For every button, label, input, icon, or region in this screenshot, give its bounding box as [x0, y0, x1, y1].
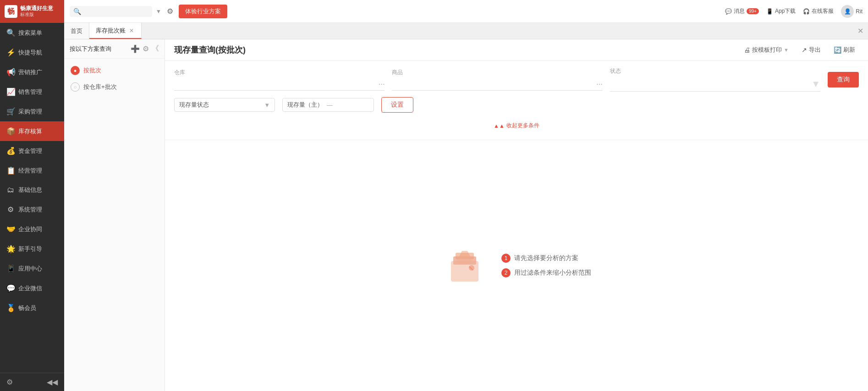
collapse-arrow-icon[interactable]: ◀◀ [47, 378, 58, 386]
collapse-scheme-icon[interactable]: 《 [152, 44, 159, 54]
refresh-icon: 🔄 [834, 46, 841, 54]
warehouse-label: 仓库 [174, 69, 385, 76]
stock-amount-range[interactable]: 现存量（主） — [282, 98, 374, 112]
settings-button[interactable]: 设置 [381, 97, 413, 113]
online-support-label: 在线客服 [812, 7, 834, 15]
filter-row-1: 仓库 ··· 商品 ··· 状态 [174, 67, 859, 92]
status-input[interactable]: ▼ [610, 77, 820, 92]
sidebar-item-label: 采购管理 [18, 108, 42, 116]
manage-scheme-icon[interactable]: ⚙ [143, 44, 149, 53]
user-avatar-item[interactable]: 👤 Rit [841, 5, 863, 18]
sidebar-item-weixin[interactable]: 💬 企业微信 [0, 278, 64, 298]
tab-close-icon[interactable]: ✕ [128, 27, 135, 34]
sidebar-item-label: 基础信息 [18, 186, 42, 194]
add-scheme-icon[interactable]: ➕ [131, 44, 140, 53]
logo-icon: 畅 [5, 5, 17, 18]
sidebar-item-inventory[interactable]: 📦 库存核算 [0, 121, 64, 141]
avatar: 👤 [841, 5, 854, 18]
collapse-row[interactable]: ▲▲ 收起更多条件 [174, 118, 859, 133]
sidebar-item-purchase[interactable]: 🛒 采购管理 [0, 102, 64, 121]
product-expand-icon[interactable]: ··· [596, 80, 602, 88]
tab-home[interactable]: 首页 [64, 23, 89, 39]
scheme-item-warehouse-batch[interactable]: ○ 按仓库+批次 [64, 79, 165, 95]
marketing-icon: 📢 [6, 68, 15, 76]
online-support-item[interactable]: 🎧 在线客服 [803, 7, 834, 15]
sidebar-item-label: 企业协同 [18, 225, 42, 234]
warehouse-expand-icon[interactable]: ··· [379, 80, 385, 88]
stock-status-label: 现存量状态 [179, 101, 209, 109]
sidebar-item-enterprise[interactable]: 🤝 企业协同 [0, 219, 64, 239]
product-filter: 商品 ··· [392, 69, 602, 91]
scheme-panel: 按以下方案查询 ➕ ⚙ 《 ● 按批次 ○ 按仓库+批次 [64, 39, 165, 391]
experience-industry-button[interactable]: 体验行业方案 [179, 5, 227, 18]
app-icon: 📱 [6, 264, 15, 273]
enterprise-icon: 🤝 [6, 225, 15, 234]
status-expand-icon[interactable]: ▼ [811, 79, 820, 89]
topbar-gear-icon[interactable]: ⚙ [167, 7, 173, 16]
app-download-item[interactable]: 📱 App下载 [766, 7, 796, 15]
sidebar-nav: 🔍 搜索菜单 ⚡ 快捷导航 📢 营销推广 📈 销售管理 🛒 采购管理 📦 库存核… [0, 23, 64, 373]
sidebar-item-operation[interactable]: 📋 经营管理 [0, 161, 64, 180]
messages-label: 消息 [734, 7, 745, 15]
messages-item[interactable]: 💬 消息 99+ [725, 7, 759, 15]
close-all-tabs-button[interactable]: ✕ [853, 23, 868, 39]
print-button[interactable]: 🖨 按模板打印 ▼ [740, 44, 792, 56]
query-button[interactable]: 查询 [828, 72, 859, 87]
tab-batch-account[interactable]: 库存批次账 ✕ [89, 23, 142, 39]
sidebar-item-sales[interactable]: 📈 销售管理 [0, 82, 64, 102]
sidebar-footer: ⚙ ◀◀ [0, 373, 64, 391]
scheme-active-indicator: ● [71, 66, 80, 75]
sidebar-item-finance[interactable]: 💰 资金管理 [0, 141, 64, 161]
system-icon: ⚙ [6, 205, 15, 214]
print-chevron-icon[interactable]: ▼ [784, 47, 789, 53]
export-label: 导出 [809, 46, 821, 54]
search-expand-icon[interactable]: ▼ [156, 8, 161, 15]
search-icon: 🔍 [6, 28, 15, 37]
sidebar-item-search[interactable]: 🔍 搜索菜单 [0, 23, 64, 43]
filter-row-2: 现存量状态 ▼ 现存量（主） — 设置 [174, 97, 859, 113]
export-button[interactable]: ↗ 导出 [798, 44, 824, 56]
sidebar-item-shortcut[interactable]: ⚡ 快捷导航 [0, 43, 64, 62]
scheme-list: ● 按批次 ○ 按仓库+批次 [64, 59, 165, 391]
empty-tip-1: 1 请先选择要分析的方案 [501, 254, 591, 263]
refresh-label: 刷新 [843, 46, 855, 54]
stock-status-select[interactable]: 现存量状态 ▼ [174, 98, 275, 112]
topbar: 🔍 ▼ ⚙ 体验行业方案 💬 消息 99+ 📱 App下载 🎧 在线客服 👤 [64, 0, 868, 23]
refresh-button[interactable]: 🔄 刷新 [830, 44, 859, 56]
settings-icon[interactable]: ⚙ [6, 378, 13, 386]
basic-icon: 🗂 [6, 186, 15, 194]
query-header: 现存量查询(按批次) 🖨 按模板打印 ▼ ↗ 导出 🔄 刷新 [165, 39, 868, 61]
sidebar-item-member[interactable]: 🏅 畅会员 [0, 298, 64, 318]
batch-account-tab-label: 库存批次账 [96, 27, 126, 35]
topbar-search-box[interactable]: 🔍 [70, 6, 152, 17]
sidebar-item-marketing[interactable]: 📢 营销推广 [0, 62, 64, 82]
sidebar-item-label: 资金管理 [18, 147, 42, 155]
sidebar-item-label: 库存核算 [18, 127, 42, 136]
sidebar-item-label: 系统管理 [18, 206, 42, 214]
headset-icon: 🎧 [803, 8, 810, 15]
sidebar-item-label: 经营管理 [18, 167, 42, 175]
operation-icon: 📋 [6, 166, 15, 175]
filter-area: 仓库 ··· 商品 ··· 状态 [165, 61, 868, 140]
sidebar-item-label: 畅会员 [18, 304, 36, 312]
sidebar-item-basic[interactable]: 🗂 基础信息 [0, 180, 64, 200]
stock-amount-label: 现存量（主） [287, 101, 323, 109]
sidebar-item-label: 应用中心 [18, 265, 42, 273]
search-icon: 🔍 [73, 8, 81, 15]
search-input[interactable] [83, 8, 138, 15]
warehouse-input[interactable]: ··· [174, 78, 385, 91]
product-label: 商品 [392, 69, 602, 76]
range-dash: — [327, 102, 333, 109]
empty-state: 1 请先选择要分析的方案 2 用过滤条件来缩小分析范围 [165, 140, 868, 391]
sidebar-item-system[interactable]: ⚙ 系统管理 [0, 200, 64, 219]
stock-status-arrow-icon: ▼ [264, 102, 270, 109]
sidebar-item-app[interactable]: 📱 应用中心 [0, 259, 64, 278]
phone-icon: 📱 [766, 8, 773, 15]
product-input[interactable]: ··· [392, 78, 602, 91]
app-download-label: App下载 [775, 7, 796, 15]
empty-tip-2: 2 用过滤条件来缩小分析范围 [501, 268, 591, 277]
collapse-up-icon: ▲▲ [494, 123, 505, 129]
scheme-item-batch[interactable]: ● 按批次 [64, 62, 165, 79]
sidebar-item-guide[interactable]: 🌟 新手引导 [0, 239, 64, 259]
export-icon: ↗ [802, 46, 807, 54]
